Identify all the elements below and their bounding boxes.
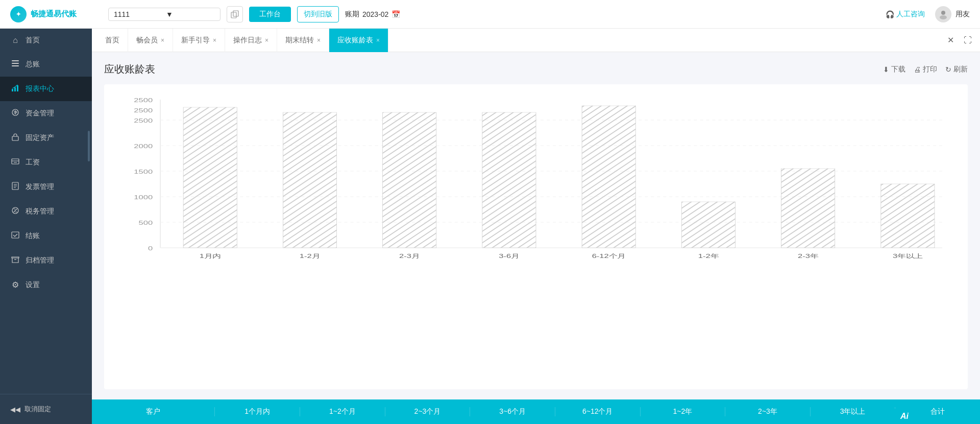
tab-yearend[interactable]: 期末结转 × [277,29,329,52]
period-label: 账期 [345,10,359,19]
sidebar-item-archive[interactable]: 归档管理 [0,248,92,273]
svg-rect-32 [183,107,237,248]
ledger-icon [10,59,20,69]
sidebar-label-funds: 资金管理 [26,109,54,118]
sidebar-item-home[interactable]: ⌂ 首页 [0,29,92,52]
tab-home[interactable]: 首页 [97,29,128,52]
tab-member-close[interactable]: × [161,37,164,43]
refresh-button[interactable]: ↻ 刷新 [945,65,968,74]
sidebar-item-settlement[interactable]: 结账 [0,224,92,248]
workbench-button[interactable]: 工作台 [249,7,291,22]
consult-button[interactable]: 🎧 人工咨询 [886,10,925,19]
expand-tab-button[interactable]: ⛶ [961,33,975,48]
copy-button[interactable] [227,6,243,22]
tab-guide[interactable]: 新手引导 × [173,29,225,52]
svg-rect-34 [283,112,336,248]
period-value: 2023-02 [362,10,388,18]
settlement-icon [10,231,20,241]
print-label: 打印 [923,65,937,74]
account-selector[interactable]: 1111 ▼ [108,8,220,21]
page-actions: ⬇ 下载 🖨 打印 ↻ 刷新 [883,65,968,74]
svg-rect-38 [482,112,536,248]
svg-text:1-2月: 1-2月 [300,253,320,260]
sidebar-item-assets[interactable]: 固定资产 [0,126,92,150]
svg-rect-42 [681,202,735,248]
tab-oplog[interactable]: 操作日志 × [225,29,277,52]
ai-badge[interactable]: Ai [890,409,919,424]
tab-oplog-label: 操作日志 [233,36,262,45]
top-header: ✦ 畅捷通易代账 1111 ▼ 工作台 切到旧版 账期 2023-02 📅 🎧 … [0,0,980,29]
col-1-2month: 1~2个月 [300,407,385,416]
payroll-icon [10,157,20,168]
tab-aging[interactable]: 应收账龄表 × [329,29,388,52]
sidebar-label-archive: 归档管理 [26,256,54,265]
download-label: 下载 [891,65,905,74]
close-tab-button[interactable]: ✕ [943,33,958,48]
user-avatar [935,6,951,22]
calendar-icon[interactable]: 📅 [391,10,400,18]
unpin-button[interactable]: ◀◀ 取消固定 [0,399,92,419]
svg-text:1-2年: 1-2年 [698,253,719,260]
svg-text:1月内: 1月内 [200,253,221,260]
download-button[interactable]: ⬇ 下载 [883,65,905,74]
svg-rect-4 [12,60,19,61]
svg-rect-0 [231,12,236,18]
sidebar-item-invoice[interactable]: 发票管理 [0,175,92,199]
settings-icon: ⚙ [10,280,20,290]
archive-icon [10,255,20,266]
scroll-indicator [88,131,90,161]
tab-member[interactable]: 畅会员 × [128,29,173,52]
sidebar-label-invoice: 发票管理 [26,182,54,192]
tab-oplog-close[interactable]: × [265,37,268,43]
sidebar-label-reports: 报表中心 [26,84,54,93]
svg-rect-6 [12,65,19,66]
sidebar-label-ledger: 总账 [26,60,40,69]
chart-area: 0 500 1000 1500 2000 2500 2500 2500 [114,95,958,278]
tab-bar: 首页 畅会员 × 新手引导 × 操作日志 × 期末结转 × 应收账龄表 × [92,29,980,52]
sidebar-item-payroll[interactable]: 工资 [0,150,92,175]
svg-rect-5 [12,63,19,64]
tab-member-label: 畅会员 [136,36,158,45]
col-3-6month: 3~6个月 [470,407,555,416]
switch-version-button[interactable]: 切到旧版 [297,6,339,22]
svg-rect-15 [12,232,19,238]
sidebar-item-settings[interactable]: ⚙ 设置 [0,273,92,297]
sidebar-item-ledger[interactable]: 总账 [0,52,92,77]
col-2-3year: 2~3年 [725,407,811,416]
tab-yearend-close[interactable]: × [317,37,321,43]
svg-text:0: 0 [148,245,153,252]
tab-aging-close[interactable]: × [376,37,380,43]
sidebar-label-settlement: 结账 [26,231,40,241]
dropdown-arrow-icon: ▼ [166,10,215,18]
headset-icon: 🎧 [886,10,894,18]
col-2-3month: 2~3个月 [385,407,471,416]
sidebar-label-payroll: 工资 [26,158,40,167]
svg-rect-11 [12,136,18,140]
sidebar-item-tax[interactable]: 税务管理 [0,199,92,224]
svg-text:2-3月: 2-3月 [399,253,420,260]
content-area: 首页 畅会员 × 新手引导 × 操作日志 × 期末结转 × 应收账龄表 × [92,29,980,424]
svg-rect-7 [12,89,13,91]
tab-yearend-label: 期末结转 [285,36,314,45]
sidebar-item-reports[interactable]: 报表中心 [0,77,92,101]
svg-text:3年以上: 3年以上 [893,253,923,260]
print-button[interactable]: 🖨 打印 [914,65,937,74]
user-area[interactable]: 用友 [935,6,970,22]
tab-guide-close[interactable]: × [213,37,216,43]
invoice-icon [10,182,20,192]
col-1month: 1个月内 [215,407,300,416]
pin-icon: ◀◀ [10,406,20,413]
account-name: 1111 [114,10,163,18]
refresh-icon: ↻ [945,65,951,74]
tab-aging-label: 应收账龄表 [337,36,373,45]
svg-rect-36 [383,112,436,248]
col-1-2year: 1~2年 [641,407,726,416]
page-title: 应收账龄表 [104,62,155,76]
sidebar: ⌂ 首页 总账 报表中心 [0,29,92,424]
svg-rect-44 [781,169,835,248]
col-3plus-year: 3年以上 [811,407,896,416]
svg-text:2500: 2500 [134,117,153,124]
svg-text:1500: 1500 [134,169,153,175]
logo-text: 畅捷通易代账 [31,9,77,19]
sidebar-item-funds[interactable]: 资金管理 [0,101,92,126]
